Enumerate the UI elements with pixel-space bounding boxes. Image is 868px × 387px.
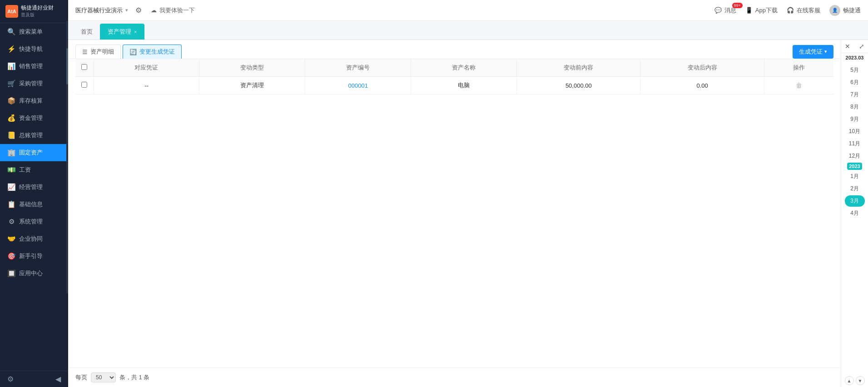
company-selector[interactable]: 医疗器械行业演示 ▾ (75, 6, 128, 15)
funds-icon: 💰 (7, 114, 15, 122)
generate-btn-dropdown-icon: ▾ (824, 49, 827, 55)
sidebar-item-label: 企业协同 (19, 235, 43, 243)
timeline-month[interactable]: 9月 (845, 114, 865, 125)
sidebar-item-enterprise[interactable]: 🤝 企业协同 (0, 230, 68, 248)
asset-table: 对应凭证 变动类型 资产编号 资产名称 变动前内容 变动后内容 操作 -- (75, 59, 833, 94)
sub-tabs: ☰ 资产明细 🔄 变更生成凭证 (75, 40, 793, 59)
timeline-month-2023[interactable]: 4月 (845, 208, 865, 219)
col-change-type: 变动类型 (199, 59, 305, 77)
timeline-month[interactable]: 11月 (845, 138, 865, 149)
search-icon: 🔍 (7, 28, 15, 36)
basic-info-icon: 📋 (7, 200, 15, 208)
app-download-btn[interactable]: 📱 App下载 (745, 6, 778, 15)
system-icon: ⚙ (7, 218, 15, 226)
inventory-icon: 📦 (7, 97, 15, 105)
collapse-icon[interactable]: ◀ (55, 375, 61, 383)
table-header-checkbox (75, 59, 94, 77)
pagination: 每页 102050100 条，共 1 条 (68, 367, 841, 387)
sidebar-item-label: 销售管理 (19, 62, 43, 70)
sidebar-item-label: 基础信息 (19, 200, 43, 208)
sidebar-item-funds[interactable]: 💰 资金管理 (0, 109, 68, 127)
page-tabs: 首页 资产管理 × (68, 21, 868, 40)
sidebar-item-label: 快捷导航 (19, 45, 43, 53)
topbar-right: 💬 消息 99+ 📱 App下载 🎧 在线客服 👤 畅捷通 (714, 5, 861, 16)
guide-icon: 🎯 (7, 252, 15, 260)
online-service-btn[interactable]: 🎧 在线客服 (787, 6, 820, 15)
sidebar-item-label: 总账管理 (19, 131, 43, 139)
username-label: 畅捷通 (843, 6, 861, 15)
timeline-month[interactable]: 12月 (845, 150, 865, 162)
main-area: 医疗器械行业演示 ▾ ⚙ ☁ 我要体验一下 💬 消息 99+ 📱 App下载 🎧… (68, 0, 868, 387)
sidebar-item-label: 应用中心 (19, 269, 43, 278)
timeline-up-icon[interactable]: ▲ (845, 376, 854, 385)
row-voucher: -- (94, 77, 199, 94)
sub-tab-asset-detail[interactable]: ☰ 资产明细 (75, 45, 121, 59)
sub-tab-change-label: 变更生成凭证 (139, 48, 175, 56)
refresh-icon: 🔄 (129, 49, 137, 55)
logo: AtA 畅捷通好业财 普及版 (0, 0, 68, 23)
sidebar-item-search[interactable]: 🔍 搜索菜单 (0, 23, 68, 40)
sub-tab-change-voucher[interactable]: 🔄 变更生成凭证 (123, 45, 182, 59)
table-wrap: 对应凭证 变动类型 资产编号 资产名称 变动前内容 变动后内容 操作 -- (68, 59, 841, 367)
col-action: 操作 (764, 59, 833, 77)
per-page-label: 每页 (75, 373, 87, 382)
timeline-month-2023[interactable]: 2月 (845, 183, 865, 194)
sidebar-item-quick-nav[interactable]: ⚡ 快捷导航 (0, 40, 68, 58)
row-checkbox[interactable] (81, 82, 87, 88)
tab-close-icon[interactable]: × (134, 29, 137, 35)
sidebar-item-inventory[interactable]: 📦 库存核算 (0, 92, 68, 109)
quick-nav-icon: ⚡ (7, 45, 15, 53)
timeline-month[interactable]: 7月 (845, 89, 865, 100)
tab-asset-mgmt[interactable]: 资产管理 × (100, 24, 144, 40)
generate-btn-label: 生成凭证 (799, 48, 823, 56)
timeline-month-2023[interactable]: 1月 (845, 171, 865, 182)
tab-home[interactable]: 首页 (75, 24, 98, 40)
operations-icon: 📈 (7, 183, 15, 191)
sidebar-item-label: 固定资产 (19, 149, 43, 157)
sidebar-item-fixed-assets[interactable]: 🏢 固定资产 (0, 144, 68, 161)
experience-btn[interactable]: ☁ 我要体验一下 (151, 6, 195, 15)
sidebar-item-operations[interactable]: 📈 经营管理 (0, 179, 68, 196)
per-page-select[interactable]: 102050100 (91, 372, 116, 382)
toolbar: 生成凭证 ▾ (793, 40, 833, 59)
sidebar-item-sales[interactable]: 📊 销售管理 (0, 58, 68, 75)
timeline-down-icon[interactable]: ▼ (856, 376, 865, 385)
avatar: 👤 (829, 5, 840, 16)
timeline-month[interactable]: 5月 (845, 64, 865, 76)
expand-panel-icon[interactable]: ⤢ (859, 43, 864, 50)
timeline-month[interactable]: 8月 (845, 101, 865, 113)
table-header-row: 对应凭证 变动类型 资产编号 资产名称 变动前内容 变动后内容 操作 (75, 59, 833, 77)
sidebar-item-label: 新手引导 (19, 252, 43, 260)
sidebar-item-purchase[interactable]: 🛒 采购管理 (0, 75, 68, 92)
generate-voucher-btn[interactable]: 生成凭证 ▾ (793, 45, 833, 59)
timeline-month-2023[interactable]: 3月 (845, 195, 865, 207)
settings-icon[interactable]: ⚙ (135, 6, 142, 15)
table-row: -- 资产清理 000001 电脑 50,000.00 0.00 🗑 (75, 77, 833, 94)
experience-label: 我要体验一下 (159, 6, 195, 15)
timeline-month[interactable]: 10月 (845, 126, 865, 137)
timeline-month[interactable]: 6月 (845, 77, 865, 88)
company-name: 医疗器械行业演示 (75, 6, 123, 15)
messages-btn[interactable]: 💬 消息 99+ (714, 6, 736, 15)
select-all-checkbox[interactable] (81, 64, 87, 70)
sidebar-item-system[interactable]: ⚙ 系统管理 (0, 213, 68, 230)
row-after: 0.00 (640, 77, 764, 94)
settings-bottom-icon[interactable]: ⚙ (7, 375, 14, 383)
close-panel-icon[interactable]: ✕ (845, 43, 850, 50)
sidebar-nav: 🔍 搜索菜单 ⚡ 快捷导航 📊 销售管理 🛒 采购管理 📦 库存核算 💰 资金管… (0, 23, 68, 371)
user-area[interactable]: 👤 畅捷通 (829, 5, 861, 16)
phone-icon: 📱 (745, 7, 753, 14)
app-center-icon: 🔲 (7, 269, 15, 278)
sidebar-item-guide[interactable]: 🎯 新手引导 (0, 248, 68, 265)
sidebar-item-ledger[interactable]: 📒 总账管理 (0, 127, 68, 144)
delete-row-icon[interactable]: 🗑 (796, 82, 802, 89)
topbar: 医疗器械行业演示 ▾ ⚙ ☁ 我要体验一下 💬 消息 99+ 📱 App下载 🎧… (68, 0, 868, 21)
row-action: 🗑 (764, 77, 833, 94)
sidebar-bottom: ⚙ ◀ (0, 371, 68, 387)
sidebar-item-payroll[interactable]: 💵 工资 (0, 161, 68, 179)
sidebar-item-basic-info[interactable]: 📋 基础信息 (0, 196, 68, 213)
col-asset-name: 资产名称 (411, 59, 517, 77)
sidebar-item-label: 库存核算 (19, 97, 43, 105)
list-icon: ☰ (82, 49, 88, 55)
sidebar-item-app-center[interactable]: 🔲 应用中心 (0, 265, 68, 282)
